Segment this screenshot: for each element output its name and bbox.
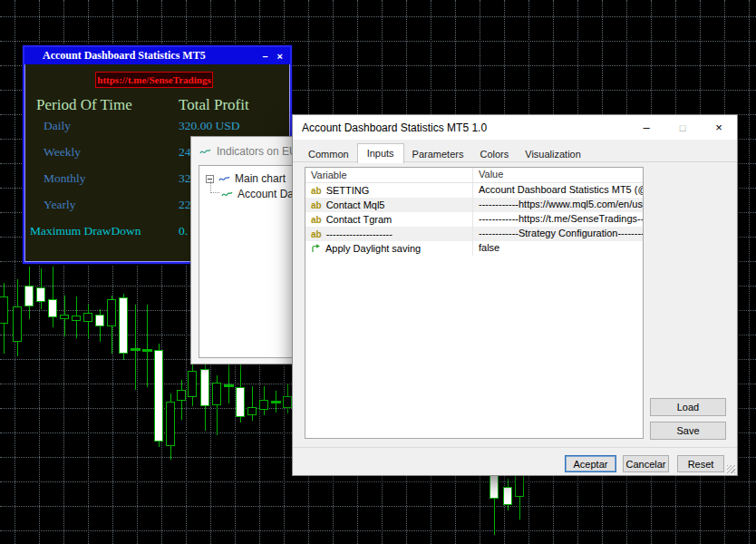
variable-column-header: Variable — [305, 168, 473, 182]
gridline — [15, 0, 15, 544]
candle-body — [236, 387, 245, 417]
variable-name: SETTING — [326, 184, 370, 198]
table-row[interactable]: abContact Tgram ------------https://t.me… — [305, 212, 643, 227]
indicators-tree[interactable]: Main chart Account Dash — [199, 165, 306, 358]
indicator-icon — [199, 148, 211, 156]
stat-label: Weekly — [44, 145, 81, 160]
candle-body — [24, 286, 34, 306]
tree-item-account-dashboard[interactable]: Account Dash — [199, 185, 305, 200]
cancel-button[interactable]: Cancelar — [623, 455, 669, 472]
indicator-icon — [221, 190, 233, 199]
candle-body — [247, 407, 257, 415]
gridline — [0, 506, 756, 507]
reset-button[interactable]: Reset — [677, 455, 724, 472]
table-header-row: Variable Value — [305, 168, 643, 183]
inputs-table: Variable Value abSETTING Account Dashboa… — [305, 167, 644, 439]
gridline — [0, 530, 756, 531]
gridline — [0, 16, 756, 17]
total-profit-header: Total Profit — [179, 96, 249, 114]
variable-value[interactable]: ------------Strategy Configuration------… — [473, 227, 643, 241]
candle-body — [200, 369, 209, 406]
candle-body — [503, 487, 512, 505]
candle-body — [224, 384, 234, 387]
stat-label: Daily — [44, 119, 71, 133]
candle-body — [13, 306, 22, 342]
candle-body — [142, 349, 152, 352]
candle-body — [212, 383, 221, 405]
string-input-icon: ab — [311, 199, 322, 212]
close-button[interactable]: × — [701, 115, 737, 140]
variable-name: Contact Mql5 — [326, 199, 385, 212]
candle-body — [72, 316, 81, 321]
candle-body — [489, 473, 499, 499]
stat-value: 22 — [179, 198, 191, 212]
stat-value: 0. — [179, 224, 188, 238]
candle-wick — [228, 362, 229, 403]
candle-body — [107, 299, 116, 326]
dashboard-titlebar[interactable]: Account Dashboard Statistics MT5 – × — [24, 47, 290, 64]
load-button[interactable]: Load — [650, 398, 726, 416]
candle-body — [166, 402, 175, 446]
save-button[interactable]: Save — [650, 422, 726, 440]
telegram-link-label: https://t.me/SenseTradings — [95, 72, 213, 88]
tab-bar: Common Inputs Parameters Colors Visualiz… — [300, 143, 589, 163]
dialog-titlebar[interactable]: Account Dashboard Statistics MT5 1.0 – □… — [293, 115, 737, 140]
candle-body — [515, 475, 524, 497]
candle-body — [188, 371, 197, 397]
candle-body — [131, 348, 141, 351]
candle-wick — [147, 305, 148, 387]
variable-name: Apply Daylight saving — [325, 242, 421, 256]
string-input-icon: ab — [311, 228, 322, 241]
variable-value[interactable]: Account Dashboard Statistics MT5 (@Sense… — [473, 183, 643, 198]
candle-body — [271, 401, 281, 403]
dashboard-close-button[interactable]: × — [277, 51, 283, 62]
period-of-time-header: Period Of Time — [36, 96, 132, 114]
variable-value[interactable]: ------------https://www.mql5.com/en/user… — [473, 198, 643, 212]
candle-body — [60, 315, 69, 319]
stat-value: 32 — [179, 171, 191, 186]
stat-label: Maximum DrawDown — [30, 224, 141, 238]
table-row[interactable]: ab-------------------- ------------Strat… — [305, 227, 643, 241]
candle-body — [83, 313, 92, 322]
gridline — [0, 481, 756, 482]
indicator-properties-dialog: Account Dashboard Statistics MT5 1.0 – □… — [292, 114, 738, 476]
minimize-button[interactable]: – — [628, 115, 664, 140]
candle-body — [154, 350, 163, 442]
value-column-header: Value — [473, 168, 643, 182]
tree-item-label: Main chart — [235, 172, 286, 185]
variable-value[interactable]: false — [473, 241, 643, 256]
candle-body — [259, 400, 268, 410]
string-input-icon: ab — [311, 213, 322, 227]
mt5-screen: Account Dashboard Statistics MT5 – × htt… — [0, 0, 756, 544]
table-row[interactable]: abSETTING Account Dashboard Statistics M… — [305, 183, 643, 198]
stat-label: Monthly — [44, 171, 86, 186]
variable-value[interactable]: ------------https://t.me/SenseTradings--… — [473, 212, 643, 227]
accept-button[interactable]: Aceptar — [565, 455, 616, 472]
bool-input-icon — [311, 244, 321, 253]
stat-label: Yearly — [44, 198, 75, 212]
dashboard-minimize-button[interactable]: – — [262, 51, 267, 62]
candle-body — [95, 315, 104, 326]
candle-body — [119, 297, 128, 354]
string-input-icon: ab — [311, 184, 322, 198]
table-row[interactable]: abContact Mql5 ------------https://www.m… — [305, 198, 643, 212]
candle-body — [48, 299, 57, 317]
gridline — [0, 41, 756, 42]
candle-body — [0, 296, 8, 324]
maximize-button[interactable]: □ — [664, 115, 701, 140]
candle-wick — [252, 386, 253, 421]
table-row[interactable]: Apply Daylight saving false — [305, 241, 643, 256]
stat-value: 320.00 USD — [179, 119, 240, 133]
candle-wick — [135, 305, 136, 390]
stat-value: 24 — [179, 145, 191, 160]
dialog-title: Account Dashboard Statistics MT5 1.0 — [302, 121, 487, 134]
button-separator — [293, 447, 737, 448]
candle-body — [177, 390, 186, 401]
variable-name: Contact Tgram — [326, 213, 393, 227]
candle-body — [283, 396, 292, 408]
resize-grip-icon[interactable] — [727, 465, 735, 473]
tab-inputs[interactable]: Inputs — [357, 143, 404, 163]
candle-body — [36, 287, 45, 302]
candle-wick — [53, 267, 53, 327]
variable-name: -------------------- — [326, 228, 393, 241]
